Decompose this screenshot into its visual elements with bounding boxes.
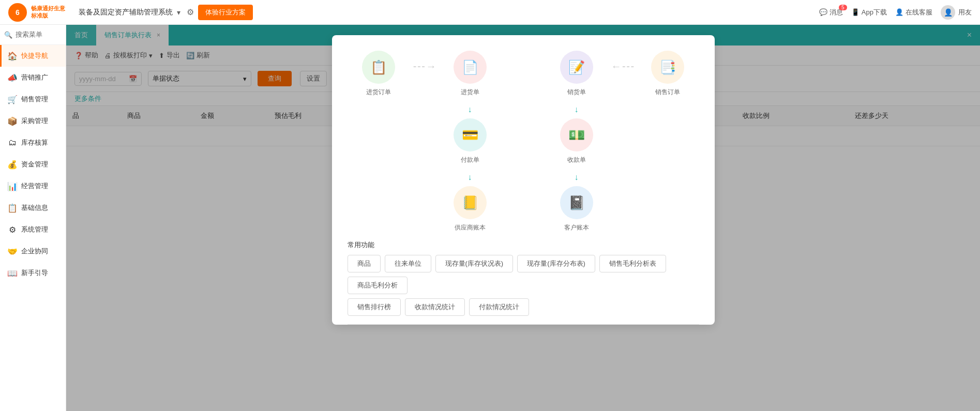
arrow-down-receipt: ↓ [575, 173, 579, 182]
sidebar-search[interactable]: 🔍 搜索菜单 [0, 25, 66, 45]
app-icon: 📱 [851, 8, 860, 16]
basic-icon: 📋 [8, 203, 17, 212]
sidebar-item-label-enterprise: 企业协同 [21, 247, 48, 256]
purchase-bill-circle: 📄 [454, 51, 487, 84]
sidebar-item-system[interactable]: ⚙ 系统管理 [0, 219, 66, 240]
sidebar-item-marketing[interactable]: 📣 营销推广 [0, 67, 66, 88]
sales-bill-label: 销货单 [567, 88, 586, 97]
common-functions-title: 常用功能 [348, 240, 699, 250]
purchase-order-label: 进货订单 [366, 88, 391, 97]
app-download-item[interactable]: 📱 App下载 [851, 8, 887, 17]
sidebar-item-label-system: 系统管理 [21, 225, 48, 234]
common-btn-payment-stats[interactable]: 付款情况统计 [469, 298, 529, 316]
common-btn-contacts[interactable]: 往来单位 [385, 255, 431, 272]
sidebar-item-label-finance: 资金管理 [21, 160, 48, 169]
common-buttons-row2: 销售排行榜 收款情况统计 付款情况统计 [348, 298, 699, 316]
purchase-order-circle: 📋 [362, 51, 395, 84]
guide-icon: 📖 [8, 268, 17, 278]
user-info[interactable]: 👤 用友 [941, 5, 972, 20]
svg-text:6: 6 [16, 8, 20, 17]
supplier-account-circle: 📒 [454, 186, 487, 219]
arrow-down-purchase: ↓ [468, 105, 472, 114]
search-label: 搜索菜单 [16, 30, 42, 39]
flow-diagram: 📋 进货订单 - - - → 📄 进货单 📝 销 [348, 51, 699, 232]
flow-node-supplier-account[interactable]: 📒 供应商账本 [442, 186, 499, 232]
enterprise-icon: 🤝 [8, 247, 17, 256]
common-btn-sales-ranking[interactable]: 销售排行榜 [348, 298, 401, 316]
arrow-purchase-order-to-bill: - - - → [413, 60, 435, 87]
flow-node-purchase-order[interactable]: 📋 进货订单 [350, 51, 407, 97]
sidebar-item-label-inventory: 库存核算 [21, 138, 48, 147]
flow-node-purchase-bill[interactable]: 📄 进货单 [442, 51, 499, 97]
common-buttons-row1: 商品 往来单位 现存量(库存状况表) 现存量(库存分布表) 销售毛利分析表 商品… [348, 255, 699, 294]
sidebar-item-label-marketing: 营销推广 [21, 73, 48, 82]
modal-scrollbar[interactable]: ◀ ▶ [348, 324, 699, 325]
purchase-icon: 📦 [8, 116, 17, 126]
inventory-icon: 🗂 [8, 138, 17, 147]
sidebar-item-purchase[interactable]: 📦 采购管理 [0, 110, 66, 132]
flow-node-payment[interactable]: 💳 付款单 [442, 118, 499, 164]
logo-text-line2: 标准版 [31, 12, 65, 19]
sales-icon: 🛒 [8, 95, 17, 104]
message-item[interactable]: 💬 消息 5 [819, 8, 843, 17]
common-functions-section: 常用功能 商品 往来单位 现存量(库存状况表) 现存量(库存分布表) 销售毛利分… [348, 240, 699, 316]
sidebar-item-operations[interactable]: 📊 经营管理 [0, 175, 66, 197]
avatar: 👤 [941, 5, 955, 20]
common-btn-receipt-stats[interactable]: 收款情况统计 [405, 298, 465, 316]
purchase-bill-label: 进货单 [461, 88, 479, 97]
system-dropdown-btn[interactable]: ▾ [177, 8, 180, 17]
logo-icon: 6 [8, 3, 27, 22]
sales-order-circle: 📑 [651, 51, 684, 84]
common-btn-stock-distribution[interactable]: 现存量(库存分布表) [517, 255, 595, 272]
sidebar-item-enterprise[interactable]: 🤝 企业协同 [0, 240, 66, 262]
top-bar: 6 畅康通好生意 标准版 装备及固定资产辅助管理系统 ▾ ⚙ 体验行业方案 💬 … [0, 0, 980, 25]
sidebar: 🔍 搜索菜单 🏠 快捷导航 📣 营销推广 🛒 销售管理 📦 采购管理 🗂 [0, 25, 66, 411]
logo-area: 6 畅康通好生意 标准版 [8, 3, 74, 22]
experience-btn[interactable]: 体验行业方案 [198, 5, 253, 20]
customer-account-label: 客户账本 [564, 223, 589, 232]
sidebar-item-label-guide: 新手引导 [21, 268, 48, 278]
message-icon: 💬 [819, 8, 827, 16]
sidebar-item-guide[interactable]: 📖 新手引导 [0, 262, 66, 284]
arrow-sales-order-to-bill: ← - - - [611, 60, 634, 87]
flow-node-sales-bill[interactable]: 📝 销货单 [548, 51, 605, 97]
system-title-text: 装备及固定资产辅助管理系统 [79, 8, 173, 17]
sidebar-item-quick[interactable]: 🏠 快捷导航 [0, 45, 66, 67]
payment-circle: 💳 [454, 118, 487, 151]
arrow-down-sales: ↓ [575, 105, 579, 114]
modal-box: 📋 进货订单 - - - → 📄 进货单 📝 销 [332, 35, 715, 325]
system-title-area: 装备及固定资产辅助管理系统 ▾ ⚙ [79, 7, 194, 17]
sidebar-item-finance[interactable]: 💰 资金管理 [0, 154, 66, 175]
service-icon: 👤 [895, 8, 903, 16]
sales-bill-circle: 📝 [560, 51, 593, 84]
top-right-area: 💬 消息 5 📱 App下载 👤 在线客服 👤 用友 [819, 5, 972, 20]
user-label: 用友 [958, 8, 972, 17]
payment-label: 付款单 [461, 156, 479, 164]
settings-btn[interactable]: ⚙ [187, 7, 194, 17]
modal-overlay[interactable]: 📋 进货订单 - - - → 📄 进货单 📝 销 [66, 25, 980, 411]
common-btn-stock-status[interactable]: 现存量(库存状况表) [435, 255, 514, 272]
sidebar-item-sales[interactable]: 🛒 销售管理 [0, 88, 66, 110]
sales-order-label: 销售订单 [655, 88, 680, 97]
operations-icon: 📊 [8, 181, 17, 191]
message-badge: 5 [839, 5, 847, 10]
finance-icon: 💰 [8, 160, 17, 169]
sidebar-item-label-operations: 经营管理 [21, 181, 48, 191]
common-btn-product[interactable]: 商品 [348, 255, 381, 272]
sidebar-item-inventory[interactable]: 🗂 库存核算 [0, 132, 66, 154]
sidebar-item-label-sales: 销售管理 [21, 95, 48, 104]
search-icon: 🔍 [4, 31, 12, 39]
common-btn-product-profit-analysis[interactable]: 商品毛利分析 [348, 277, 408, 294]
supplier-account-label: 供应商账本 [455, 223, 486, 232]
marketing-icon: 📣 [8, 73, 17, 82]
flow-node-customer-account[interactable]: 📓 客户账本 [548, 186, 605, 232]
receipt-circle: 💵 [560, 118, 593, 151]
sidebar-item-basic[interactable]: 📋 基础信息 [0, 197, 66, 219]
common-btn-sales-profit-analysis[interactable]: 销售毛利分析表 [599, 255, 666, 272]
flow-node-sales-order[interactable]: 📑 销售订单 [639, 51, 696, 97]
customer-account-circle: 📓 [560, 186, 593, 219]
app-label: App下载 [862, 8, 887, 17]
online-service-item[interactable]: 👤 在线客服 [895, 8, 932, 17]
service-label: 在线客服 [906, 8, 932, 17]
flow-node-receipt[interactable]: 💵 收款单 [548, 118, 605, 164]
